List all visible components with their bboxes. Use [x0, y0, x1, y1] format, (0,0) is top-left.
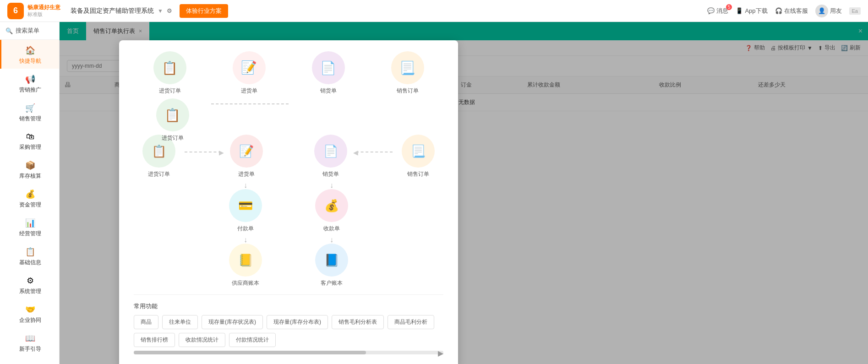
logo-area: 6 畅康通好生意 标准版 [7, 3, 67, 19]
down-arrow-sales: ↓ [306, 182, 358, 189]
receipt-label: 收款单 [323, 225, 340, 233]
down-arrow-receipt: ↓ [306, 236, 358, 244]
down-arrow-payment-icon: ↓ [244, 236, 247, 244]
empty-4-3 [271, 236, 306, 244]
message-button[interactable]: 💬 消息 5 [707, 7, 728, 15]
node-supplier: 📒 供应商账本 [220, 244, 272, 287]
node-customer: 📘 客户账本 [306, 244, 358, 287]
node-payment: 💳 付款单 [220, 189, 272, 233]
down-arrow-purchase-icon: ↓ [244, 182, 247, 189]
purchase-icon: 🛍 [26, 132, 34, 141]
home-icon: 🏠 [25, 45, 35, 55]
flow-col-sales-order: 📃 销售订单 [371, 51, 443, 95]
inventory-icon: 📦 [25, 160, 35, 170]
collab-icon: 🤝 [25, 304, 35, 315]
modal-overlay[interactable]: 📋 进货订单 📝 [60, 22, 868, 364]
sales-bill-circle[interactable]: 📄 [312, 51, 345, 84]
user-menu[interactable]: 👤 用友 [815, 5, 842, 17]
down-arrow-sales-icon: ↓ [330, 182, 333, 189]
customer-node[interactable]: 📘 [315, 244, 348, 277]
common-buttons-row1: 商品 往来单位 现存量(库存状况表) 现存量(库存分布表) 销售毛利分析表 商品… [134, 315, 443, 329]
common-btn-stock-status[interactable]: 现存量(库存状况表) [202, 315, 263, 329]
app-icon: 📱 [736, 7, 743, 14]
arrow-right-1: ▶ [185, 152, 221, 162]
arrow-left-1: ◀ [356, 152, 393, 162]
supplier-node[interactable]: 📒 [229, 244, 262, 277]
empty-4-2 [186, 236, 220, 244]
payment-label: 付款单 [237, 225, 254, 233]
node-receipt: 💰 收款单 [306, 189, 358, 233]
purchase-order-circle[interactable]: 📋 [153, 51, 186, 84]
system-icon: ⚙ [27, 276, 34, 286]
scroll-right-arrow[interactable]: ▶ [438, 349, 443, 358]
po-circle[interactable]: 📋 [156, 98, 189, 131]
down-arrow-purchase: ↓ [220, 182, 272, 189]
headset-icon: 🎧 [775, 7, 782, 14]
common-btn-contacts[interactable]: 往来单位 [162, 315, 198, 329]
sidebar-item-basic[interactable]: 📋 基础信息 [0, 241, 59, 270]
sidebar-item-operation[interactable]: 📊 经营管理 [0, 212, 59, 241]
content-area: 首页 销售订单执行表 × × ❓ 帮助 🖨 按模板打印 [60, 22, 868, 364]
supplier-label: 供应商账本 [232, 279, 259, 287]
search-icon: 🔍 [5, 27, 13, 34]
app-download-button[interactable]: 📱 App下载 [736, 7, 767, 15]
empty-2 [186, 182, 220, 189]
purchase-bill-circle[interactable]: 📝 [233, 51, 266, 84]
sales-bill-node-label: 销货单 [322, 170, 339, 178]
basic-icon: 📋 [25, 247, 35, 257]
newuser-icon: 📖 [25, 333, 35, 343]
common-buttons-row2: 销售排行榜 收款情况统计 付款情况统计 [134, 333, 443, 347]
purchase-order-icon: 📋 [162, 60, 178, 76]
sidebar-item-marketing[interactable]: 📢 营销推广 [0, 69, 59, 98]
user-avatar: 👤 [815, 5, 828, 17]
sidebar-item-system[interactable]: ⚙ 系统管理 [0, 270, 59, 299]
scroll-thumb[interactable] [134, 351, 366, 354]
settings-button[interactable]: ⚙ [163, 5, 176, 17]
common-btn-sales-rank[interactable]: 销售排行榜 [134, 333, 175, 347]
sidebar-item-newuser[interactable]: 📖 新手引导 [0, 328, 59, 357]
flow-modal: 📋 进货订单 📝 [119, 40, 458, 364]
payment-node[interactable]: 💳 [229, 189, 262, 222]
customer-label: 客户账本 [321, 279, 343, 287]
trial-button[interactable]: 体验行业方案 [180, 4, 228, 18]
po-label: 进货订单 [162, 134, 184, 142]
common-btn-stock-dist[interactable]: 现存量(库存分布表) [267, 315, 328, 329]
common-btn-product-gross[interactable]: 商品毛利分析 [388, 315, 434, 329]
common-btn-product[interactable]: 商品 [134, 315, 158, 329]
empty-4-4 [357, 236, 392, 244]
marketing-icon: 📢 [25, 74, 35, 84]
modal-body: 📋 进货订单 📝 [119, 40, 458, 364]
sidebar-item-sales[interactable]: 🛒 销售管理 [0, 98, 59, 126]
empty-1 [134, 182, 186, 189]
operation-icon: 📊 [25, 218, 35, 228]
system-name-label: 装备及固定资产辅助管理系统 [71, 7, 154, 15]
system-dropdown-arrow[interactable]: ▼ [158, 8, 163, 14]
online-service-button[interactable]: 🎧 在线客服 [775, 7, 808, 15]
common-btn-sales-gross[interactable]: 销售毛利分析表 [332, 315, 384, 329]
common-btn-payment-stats[interactable]: 付款情况统计 [229, 333, 276, 347]
row3-flow: 💳 付款单 💰 收款单 [134, 189, 443, 233]
sales-order-circle[interactable]: 📃 [391, 51, 424, 84]
po-icon: 📋 [164, 108, 180, 123]
sidebar-item-quick[interactable]: 🏠 快捷导航 [0, 40, 59, 69]
sales-order-label: 销售订单 [397, 87, 419, 95]
flow-main: 📋 进货订单 ▶ [134, 135, 443, 287]
message-icon: 💬 [707, 7, 715, 14]
common-btn-receipt-stats[interactable]: 收款情况统计 [179, 333, 225, 347]
sales-bill-icon: 📄 [320, 60, 336, 76]
row5-flow: 📒 供应商账本 📘 客户账本 [134, 244, 443, 287]
row2-arrows: ↓ ↓ [134, 182, 443, 189]
arrow-po-to-pb [211, 114, 289, 126]
system-title: 装备及固定资产辅助管理系统 ▼ [71, 7, 163, 15]
empty-4 [357, 182, 392, 189]
sidebar-item-collab[interactable]: 🤝 企业协同 [0, 299, 59, 328]
main-area: 🔍 搜索菜单 🏠 快捷导航 📢 营销推广 🛒 销售管理 🛍 采购管理 📦 [0, 22, 868, 364]
sidebar-item-inventory[interactable]: 📦 库存核算 [0, 155, 59, 184]
flow-arrow-1: 📝 进货单 [213, 62, 285, 95]
sales-order-node-label: 销售订单 [407, 170, 429, 178]
top-bar: 6 畅康通好生意 标准版 装备及固定资产辅助管理系统 ▼ ⚙ 体验行业方案 💬 … [0, 0, 868, 22]
sidebar-item-finance[interactable]: 💰 资金管理 [0, 184, 59, 212]
sidebar-item-purchase[interactable]: 🛍 采购管理 [0, 126, 59, 155]
search-menu-item[interactable]: 🔍 搜索菜单 [0, 22, 59, 40]
receipt-node[interactable]: 💰 [315, 189, 348, 222]
